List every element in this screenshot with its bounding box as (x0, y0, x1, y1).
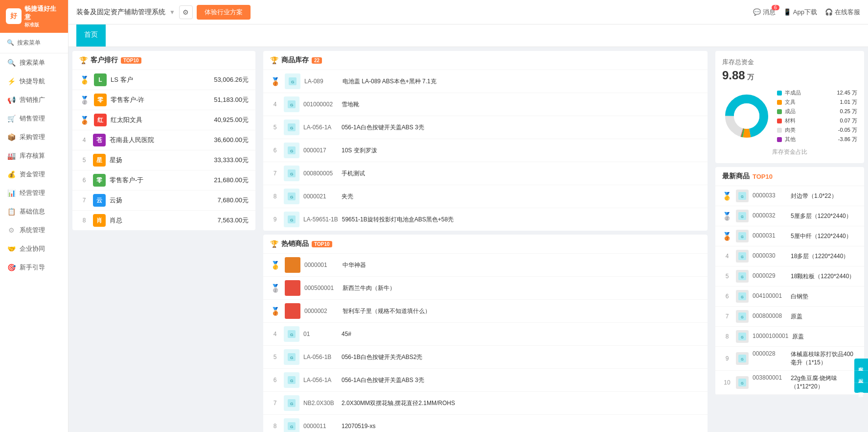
legend-dot (777, 91, 782, 96)
nav-label-purchase: 采购管理 (20, 133, 45, 142)
hot-products-card: 🏆 热销商品 TOP10 🥇 0000001 中华神器 🥈 000500001 … (263, 235, 708, 432)
sidebar-item-search[interactable]: 🔍 搜索菜单 (0, 53, 68, 72)
stock-product-info: LA-056-1A 056-1A白色按键开关盖ABS 3壳 (303, 123, 701, 132)
sidebar-item-finance[interactable]: 💰 资金管理 (0, 165, 68, 184)
stock-trophy-icon: 🏆 (270, 56, 278, 64)
hot-product-list-item: 🥉 0000002 智利车子里（规格不知道填什么） (263, 299, 708, 322)
newest-product-name: 22g鱼豆腐·烧烤味（1*12*20） (791, 374, 857, 391)
customer-avatar: 肖 (93, 214, 106, 227)
customer-amount: 40,925.00元 (214, 116, 249, 124)
legend-label: 成品 (785, 108, 837, 115)
rank-medal-bronze: 🥉 (79, 115, 90, 125)
newest-top-label: TOP10 (753, 173, 773, 180)
hot-product-name: 新西兰牛肉（新牛） (343, 284, 701, 292)
sidebar-item-system[interactable]: ⚙ 系统管理 (0, 221, 68, 240)
legend-dot (777, 109, 782, 114)
float-service-button[interactable]: 客服热线 (854, 359, 868, 371)
hot-product-name: 056-1B白色按键开关壳ABS2壳 (342, 353, 701, 361)
customer-amount: 53,006.26元 (214, 75, 249, 84)
stock-list-item: 🥉 G LA-089 电池盖 LA-089 ABS本色+黑种 7.1克 (263, 70, 708, 93)
newest-product-code: 10000100001 (753, 333, 788, 341)
customer-list-item: 🥉 红 红太阳文具 40,925.00元 (72, 110, 255, 130)
newest-product-thumb: G (736, 190, 749, 202)
trial-button[interactable]: 体验行业方案 (197, 5, 251, 20)
customer-avatar: 红 (94, 114, 107, 126)
settings-gear-button[interactable]: ⚙ (179, 5, 193, 19)
newest-product-thumb: G (736, 310, 749, 323)
newest-product-name: 5厘多层（1220*2440） (791, 212, 852, 220)
stock-product-code: 0000021 (303, 193, 338, 200)
customer-name: 零售客户-许 (111, 96, 210, 104)
app-label: App下载 (793, 8, 817, 17)
newest-product-thumb: G (736, 210, 749, 222)
stock-product-name: 056-1A白色按键开关盖ABS 3壳 (342, 123, 701, 132)
newest-product-thumb: G (736, 270, 749, 283)
sidebar-item-operations[interactable]: 📊 经营管理 (0, 184, 68, 202)
hot-product-list-item: 8 G 0000011 12070519-xs (263, 414, 708, 432)
search-menu-button[interactable]: 🔍 搜索菜单 (5, 37, 63, 49)
logo-text: 畅捷通好生意 标准版 (24, 5, 62, 28)
nav-label-system: 系统管理 (20, 226, 45, 235)
sidebar-item-basic[interactable]: 📋 基础信息 (0, 202, 68, 221)
float-buttons: 客服热线 服务社区 直播 (854, 359, 868, 393)
customer-amount: 33,333.00元 (214, 156, 249, 165)
hot-product-code: 01 (303, 331, 338, 337)
donut-chart (722, 92, 771, 141)
legend-value: -3.86 万 (838, 136, 857, 143)
svg-text:G: G (290, 195, 293, 199)
customer-list-item: 6 零 零售客户-于 21,680.00元 (72, 170, 255, 190)
hot-product-code: NB2.0X30B (303, 400, 338, 407)
sidebar-item-guide[interactable]: 🎯 新手引导 (0, 258, 68, 277)
stock-product-code: LA-056-1A (303, 124, 338, 131)
float-live-button[interactable]: 直播 (854, 383, 868, 393)
float-community-button[interactable]: 服务社区 (854, 371, 868, 383)
customer-list-item: 5 星 星扬 33,333.00元 (72, 150, 255, 170)
customer-amount: 36,600.00元 (214, 136, 249, 144)
svg-text:G: G (290, 379, 293, 383)
hot-product-name: 2.0X30MM双摆花轴,摆花直径2.1MM/ROHS (342, 399, 701, 408)
app-download-button[interactable]: 📱 App下载 (783, 8, 817, 17)
stock-list-item: 9 G LA-59651-1B 59651-1B旋转投影灯电池盒ABS黑色+58… (263, 208, 708, 231)
hot-product-name: 智利车子里（规格不知道填什么） (343, 307, 701, 315)
newest-product-code: 0000029 (753, 272, 787, 281)
sidebar-item-inventory[interactable]: 🏭 库存核算 (0, 146, 68, 165)
newest-product-code: 0000028 (753, 350, 787, 367)
tab-home[interactable]: 首页 (76, 24, 106, 47)
legend-value: 1.01 万 (840, 98, 857, 106)
newest-products-list: 🥇 G 0000033 封边带（1.0*22） 🥈 G 0000032 5厘多层… (715, 186, 864, 395)
hot-product-info: LA-056-1B 056-1B白色按键开关壳ABS2壳 (303, 353, 701, 361)
legend-value: 0.25 万 (840, 108, 857, 115)
logo-icon: 好 (6, 8, 22, 24)
dropdown-arrow-icon: ▼ (169, 9, 175, 16)
stock-product-code: 0000017 (303, 147, 338, 154)
newest-product-name: 白钢垫 (791, 292, 808, 301)
trophy-icon: 🏆 (79, 56, 88, 64)
hot-product-thumb: G (284, 372, 299, 388)
sidebar-item-sales[interactable]: 🛒 销售管理 (0, 109, 68, 128)
stock-product-name: 雪地靴 (342, 100, 701, 109)
rank-medal-gold: 🥇 (79, 74, 90, 85)
stock-product-info: LA-089 电池盖 LA-089 ABS本色+黑种 7.1克 (304, 77, 701, 86)
stock-product-thumb: G (284, 166, 299, 181)
rank-number: 5 (79, 157, 89, 164)
customer-name: LS 客户 (111, 75, 210, 84)
stock-product-name: 手机测试 (342, 169, 701, 178)
hot-trophy-icon: 🏆 (270, 240, 278, 248)
newest-title: 最新商品 (722, 172, 750, 181)
rank-medal-silver: 🥈 (79, 95, 90, 105)
sidebar-item-cooperation[interactable]: 🤝 企业协同 (0, 240, 68, 258)
newest-product-thumb: G (736, 376, 749, 389)
sidebar-item-quicknav[interactable]: ⚡ 快捷导航 (0, 72, 68, 91)
online-service-button[interactable]: 🎧 在线客服 (825, 8, 860, 17)
svg-text:G: G (290, 149, 293, 153)
nav-list: 🔍 搜索菜单⚡ 快捷导航📢 营销推广🛒 销售管理📦 采购管理🏭 库存核算💰 资金… (0, 53, 68, 277)
main-wrapper: 装备及固定资产辅助管理系统 ▼ ⚙ 体验行业方案 💬 消息 6 📱 App下载 … (69, 0, 868, 432)
message-button[interactable]: 💬 消息 6 (753, 8, 776, 17)
newest-product-name: 18多层（1220*2440） (791, 252, 849, 261)
sidebar-item-marketing[interactable]: 📢 营销推广 (0, 91, 68, 109)
newest-product-item: 10 G 003800001 22g鱼豆腐·烧烤味（1*12*20） (715, 371, 864, 395)
hot-product-info: 0000002 智利车子里（规格不知道填什么） (304, 307, 701, 315)
hot-product-list-item: 🥇 0000001 中华神器 (263, 253, 708, 276)
stock-product-code: 000800005 (303, 170, 338, 177)
sidebar-item-purchase[interactable]: 📦 采购管理 (0, 128, 68, 146)
